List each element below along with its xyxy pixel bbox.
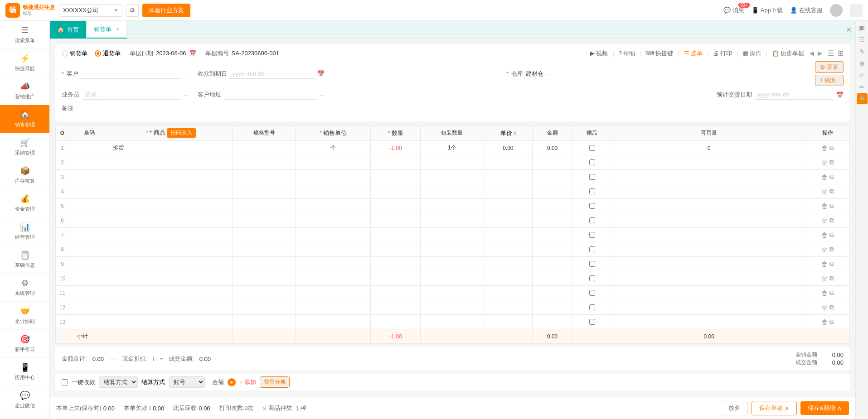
delete-icon[interactable]: 🗑 — [821, 304, 828, 311]
row-gift[interactable] — [572, 242, 612, 257]
row-barcode[interactable] — [69, 155, 109, 170]
delete-icon[interactable]: 🗑 — [821, 173, 828, 181]
gift-checkbox[interactable] — [589, 174, 595, 180]
delete-icon[interactable]: 🗑 — [821, 159, 828, 166]
row-amount[interactable] — [533, 257, 572, 271]
gift-checkbox[interactable] — [589, 319, 595, 325]
gift-checkbox[interactable] — [589, 203, 595, 209]
due-date-calendar-icon[interactable]: 📅 — [317, 70, 325, 77]
row-price[interactable] — [484, 184, 533, 199]
row-price[interactable] — [484, 242, 533, 257]
row-gift[interactable] — [572, 286, 612, 300]
row-price[interactable] — [484, 286, 533, 300]
sidebar-item-app-center[interactable]: 📱 应用中心 — [0, 358, 49, 386]
row-amount[interactable] — [533, 271, 572, 286]
row-product[interactable] — [109, 199, 233, 213]
row-qty[interactable] — [371, 213, 421, 228]
logistics-button[interactable]: + 物流 — [815, 75, 844, 86]
tab-home[interactable]: 🏠 首页 — [50, 21, 87, 39]
copy-icon[interactable]: ⧉ — [829, 303, 834, 311]
row-barcode[interactable] — [69, 228, 109, 242]
warehouse-dots-icon[interactable]: ··· — [546, 70, 551, 77]
row-spec[interactable] — [233, 213, 296, 228]
sidebar-item-search[interactable]: ☰ 搜索菜单 — [0, 21, 49, 49]
help-link[interactable]: ? 帮助 — [619, 49, 635, 58]
row-pkg-qty[interactable] — [421, 199, 484, 213]
copy-icon[interactable]: ⧉ — [829, 231, 834, 239]
delete-icon[interactable]: 🗑 — [821, 246, 828, 253]
row-price[interactable] — [484, 213, 533, 228]
row-barcode[interactable] — [69, 141, 109, 155]
row-barcode[interactable] — [69, 170, 109, 184]
view-grid-icon[interactable]: ⊞ — [838, 49, 844, 58]
row-qty[interactable] — [371, 271, 421, 286]
row-unit[interactable] — [296, 271, 371, 286]
row-amount[interactable] — [533, 184, 572, 199]
row-amount[interactable] — [533, 170, 572, 184]
row-qty[interactable]: -1.00 — [371, 141, 421, 155]
sidebar-item-finance[interactable]: 💰 资金管理 — [0, 189, 49, 217]
row-product[interactable] — [109, 228, 233, 242]
row-pkg-qty[interactable] — [421, 228, 484, 242]
row-unit[interactable] — [296, 300, 371, 315]
sidebar-item-wechat[interactable]: 💬 企业微信 — [0, 386, 49, 414]
save-new-button[interactable]: 保存&新增 ∧ — [800, 401, 849, 415]
row-spec[interactable] — [233, 199, 296, 213]
gift-checkbox[interactable] — [589, 304, 595, 310]
customer-dots-icon[interactable]: ··· — [184, 70, 189, 77]
delete-icon[interactable]: 🗑 — [821, 217, 828, 224]
rt-btn-3[interactable]: ✎ — [857, 46, 868, 57]
row-spec[interactable] — [233, 286, 296, 300]
delete-icon[interactable]: 🗑 — [821, 202, 828, 210]
row-pkg-qty[interactable] — [421, 213, 484, 228]
gift-checkbox[interactable] — [589, 232, 595, 238]
delete-icon[interactable]: 🗑 — [821, 231, 828, 239]
settings-icon[interactable]: ⚙ — [126, 4, 139, 17]
view-list-icon[interactable]: ☰ — [828, 49, 834, 58]
row-amount[interactable] — [533, 300, 572, 315]
gift-checkbox[interactable] — [589, 145, 595, 151]
salesman-dots-icon[interactable]: ··· — [184, 92, 189, 98]
row-unit[interactable] — [296, 242, 371, 257]
row-gift[interactable] — [572, 228, 612, 242]
row-price[interactable] — [484, 228, 533, 242]
row-qty[interactable] — [371, 286, 421, 300]
trial-button[interactable]: 体验行业方案 — [142, 4, 190, 17]
fee-button[interactable]: 费用分摊 — [260, 376, 290, 388]
row-spec[interactable] — [233, 228, 296, 242]
row-gift[interactable] — [572, 170, 612, 184]
row-price[interactable] — [484, 155, 533, 170]
row-amount[interactable] — [533, 155, 572, 170]
copy-icon[interactable]: ⧉ — [829, 173, 834, 181]
row-amount[interactable] — [533, 315, 572, 329]
delete-icon[interactable]: 🗑 — [821, 188, 828, 195]
row-product[interactable] — [109, 170, 233, 184]
row-barcode[interactable] — [69, 199, 109, 213]
row-gift[interactable] — [572, 184, 612, 199]
copy-icon[interactable]: ⧉ — [829, 318, 834, 326]
row-price[interactable] — [484, 271, 533, 286]
row-unit[interactable] — [296, 155, 371, 170]
row-barcode[interactable] — [69, 257, 109, 271]
row-pkg-qty[interactable] — [421, 170, 484, 184]
radio-sales[interactable]: 销货单 — [62, 49, 87, 58]
row-product[interactable] — [109, 300, 233, 315]
gift-checkbox[interactable] — [589, 290, 595, 296]
user-menu-icon[interactable] — [850, 4, 863, 17]
rt-btn-5[interactable]: ☆ — [857, 70, 868, 81]
row-product[interactable] — [109, 315, 233, 329]
row-gift[interactable] — [572, 155, 612, 170]
rt-btn-4[interactable]: ⊕ — [857, 58, 868, 69]
row-pkg-qty[interactable] — [421, 257, 484, 271]
copy-icon[interactable]: ⧉ — [829, 260, 834, 268]
row-gift[interactable] — [572, 141, 612, 155]
sidebar-item-marketing[interactable]: 📣 营销推广 — [0, 77, 49, 105]
row-spec[interactable] — [233, 242, 296, 257]
row-unit[interactable] — [296, 228, 371, 242]
nav-next-icon[interactable]: ▶ — [818, 50, 822, 57]
row-amount[interactable] — [533, 199, 572, 213]
row-product[interactable] — [109, 213, 233, 228]
row-spec[interactable] — [233, 300, 296, 315]
row-gift[interactable] — [572, 213, 612, 228]
row-spec[interactable] — [233, 257, 296, 271]
